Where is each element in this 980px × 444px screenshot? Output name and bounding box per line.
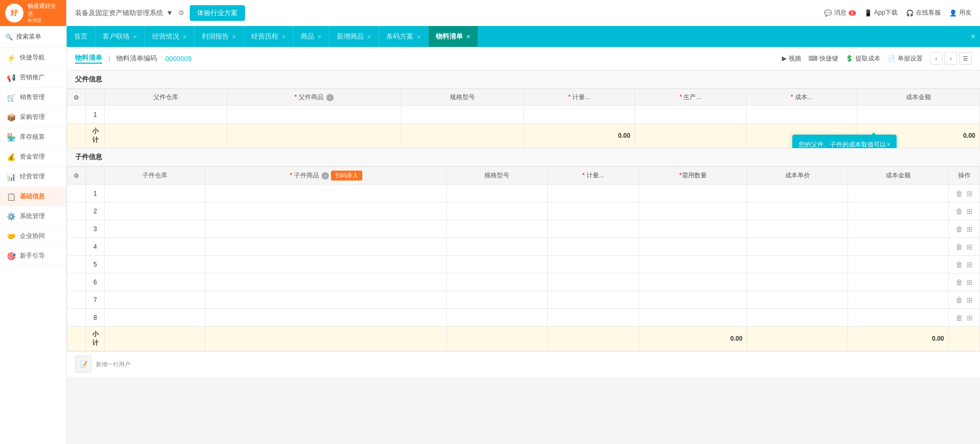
child-row-unit[interactable]	[547, 291, 639, 309]
child-row-spec[interactable]	[447, 202, 547, 220]
user-avatar-button[interactable]: 👤 用友	[949, 8, 972, 17]
scan-input-button[interactable]: 扫码录入	[331, 171, 362, 181]
tab-close-barcode[interactable]: ✕	[416, 34, 421, 40]
child-row-goods[interactable]	[205, 291, 447, 309]
nav-tab-operations[interactable]: 经营情况✕	[145, 26, 194, 47]
child-row-unit-cost[interactable]	[747, 309, 848, 327]
child-row-warehouse[interactable]	[105, 256, 205, 273]
tab-close-new-goods[interactable]: ✕	[367, 34, 371, 40]
parent-row-production[interactable]	[635, 106, 746, 124]
child-row-warehouse[interactable]	[105, 291, 205, 309]
sidebar-item-operation[interactable]: 📊经营管理	[0, 167, 66, 187]
sidebar-item-enterprise[interactable]: 🤝企业协同	[0, 226, 66, 246]
delete-icon[interactable]: 🗑	[956, 296, 963, 304]
add-row-button[interactable]: 📝	[75, 356, 92, 373]
trial-button[interactable]: 体验行业方案	[190, 5, 245, 21]
child-row-unit-cost[interactable]	[747, 185, 848, 202]
child-row-unit[interactable]	[547, 309, 639, 327]
child-row-spec[interactable]	[447, 238, 547, 256]
sidebar-item-marketing[interactable]: 📢营销推广	[0, 68, 66, 88]
child-row-goods[interactable]	[205, 202, 447, 220]
sidebar-item-finance[interactable]: 💰资金管理	[0, 147, 66, 167]
copy-icon[interactable]: ⊞	[966, 243, 973, 251]
sidebar-item-basic-info[interactable]: 📋基础信息	[0, 187, 66, 207]
child-row-quantity[interactable]	[639, 309, 747, 327]
nav-tab-customers[interactable]: 客户联络✕	[95, 26, 145, 47]
tooltip-close-button[interactable]: ×	[887, 140, 890, 148]
child-row-unit[interactable]	[547, 185, 639, 202]
child-row-goods[interactable]	[205, 309, 447, 327]
child-row-unit[interactable]	[547, 202, 639, 220]
sidebar-item-purchase[interactable]: 📦采购管理	[0, 107, 66, 127]
child-row-spec[interactable]	[447, 273, 547, 291]
child-row-quantity[interactable]	[639, 256, 747, 273]
delete-icon[interactable]: 🗑	[956, 278, 963, 286]
child-row-quantity[interactable]	[639, 220, 747, 238]
copy-icon[interactable]: ⊞	[966, 314, 973, 322]
child-row-unit-cost[interactable]	[747, 256, 848, 273]
extract-cost-action[interactable]: 💲 提取成本	[846, 54, 880, 63]
online-service-button[interactable]: 🎧 在线客服	[906, 8, 941, 17]
child-row-unit[interactable]	[547, 256, 639, 273]
child-row-spec[interactable]	[447, 291, 547, 309]
tab-close-bom[interactable]: ✕	[466, 34, 470, 40]
parent-row-warehouse[interactable]	[105, 106, 227, 124]
nav-tab-profit[interactable]: 利润报告✕	[194, 26, 244, 47]
child-row-unit[interactable]	[547, 220, 639, 238]
child-row-warehouse[interactable]	[105, 309, 205, 327]
prev-page-button[interactable]: ‹	[930, 52, 942, 65]
child-row-unit[interactable]	[547, 273, 639, 291]
delete-icon[interactable]: 🗑	[956, 260, 963, 269]
child-row-unit-cost[interactable]	[747, 238, 848, 256]
app-download-button[interactable]: 📱 App下载	[864, 8, 898, 17]
child-row-unit-cost[interactable]	[747, 220, 848, 238]
child-row-warehouse[interactable]	[105, 220, 205, 238]
child-row-unit-cost[interactable]	[747, 202, 848, 220]
child-row-goods[interactable]	[205, 273, 447, 291]
breadcrumb-tab1[interactable]: 物料清单	[75, 53, 102, 64]
nav-tab-home[interactable]: 首页	[67, 26, 95, 47]
sidebar-item-quick-nav[interactable]: ⚡快捷导航	[0, 48, 66, 68]
child-goods-info-icon[interactable]: i	[322, 172, 329, 179]
copy-icon[interactable]: ⊞	[966, 189, 973, 198]
child-row-warehouse[interactable]	[105, 273, 205, 291]
goods-info-icon[interactable]: i	[326, 94, 334, 101]
sidebar-item-system[interactable]: ⚙️系统管理	[0, 207, 66, 226]
parent-row-goods[interactable]	[227, 106, 401, 124]
child-row-spec[interactable]	[447, 309, 547, 327]
copy-icon[interactable]: ⊞	[966, 207, 973, 215]
delete-icon[interactable]: 🗑	[956, 243, 963, 251]
single-settings-action[interactable]: 📄 单据设置	[888, 54, 923, 63]
tab-close-goods[interactable]: ✕	[317, 34, 322, 40]
shortcut-action[interactable]: ⌨ 快捷键	[808, 54, 838, 63]
breadcrumb-tab2[interactable]: 物料清单编码	[116, 54, 157, 63]
parent-row-spec[interactable]	[401, 106, 523, 124]
sidebar-item-guide[interactable]: 🎯新手引导	[0, 246, 66, 266]
nav-tab-new-goods[interactable]: 新增商品✕	[329, 26, 379, 47]
child-row-goods[interactable]	[205, 185, 447, 202]
nav-tab-goods[interactable]: 商品✕	[293, 26, 329, 47]
child-row-goods[interactable]	[205, 220, 447, 238]
parent-row-cost[interactable]	[746, 106, 857, 124]
child-row-goods[interactable]	[205, 238, 447, 256]
parent-row-unit[interactable]	[523, 106, 634, 124]
child-row-quantity[interactable]	[639, 185, 747, 202]
close-all-icon[interactable]: ✕	[971, 33, 976, 40]
copy-icon[interactable]: ⊞	[966, 278, 973, 286]
child-row-warehouse[interactable]	[105, 185, 205, 202]
child-row-quantity[interactable]	[639, 202, 747, 220]
parent-col-settings[interactable]: ⚙	[67, 89, 86, 106]
nav-tab-barcode[interactable]: 条码方案✕	[379, 26, 428, 47]
child-row-quantity[interactable]	[639, 291, 747, 309]
settings-icon[interactable]: ⚙	[178, 9, 185, 17]
nav-tab-history[interactable]: 经营历程✕	[244, 26, 293, 47]
child-row-warehouse[interactable]	[105, 238, 205, 256]
child-row-goods[interactable]	[205, 256, 447, 273]
child-row-unit-cost[interactable]	[747, 273, 848, 291]
child-row-quantity[interactable]	[639, 238, 747, 256]
child-row-spec[interactable]	[447, 185, 547, 202]
delete-icon[interactable]: 🗑	[956, 314, 963, 322]
delete-icon[interactable]: 🗑	[956, 225, 963, 233]
next-page-button[interactable]: ›	[945, 52, 957, 65]
tab-close-history[interactable]: ✕	[281, 34, 286, 40]
